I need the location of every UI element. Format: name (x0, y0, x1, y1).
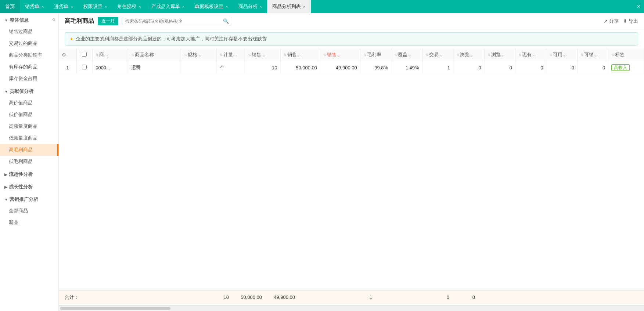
tab-role-permissions[interactable]: 角色授权 × (112, 0, 146, 13)
tab-purchase[interactable]: 进货单 × (49, 0, 78, 13)
select-all-checkbox[interactable] (82, 52, 87, 57)
search-box: 🔍 (122, 17, 232, 25)
sort-icon-6: ⇅ (284, 53, 287, 57)
cell-cover: 1.49% (391, 61, 422, 74)
tab-role-permissions-close[interactable]: × (138, 4, 141, 9)
sidebar-item-high-margin[interactable]: 高毛利商品 (0, 144, 58, 156)
footer-spacer5 (324, 294, 349, 300)
col-header-check[interactable] (76, 48, 92, 61)
tab-template-settings-close[interactable]: × (226, 4, 228, 9)
sidebar-group-marketing-analysis[interactable]: ▼ 营销推广分析 (0, 192, 58, 205)
sidebar-item-low-freq[interactable]: 低频量度商品 (0, 132, 58, 144)
footer-sales-amt: 50,000.00 (232, 294, 265, 300)
tab-product-analysis[interactable]: 商品分析 × (233, 0, 267, 13)
cell-code: 0000... (93, 61, 128, 74)
search-input[interactable] (125, 19, 223, 24)
tab-template-settings[interactable]: 单据模板设置 × (190, 0, 233, 13)
export-button[interactable]: ⬇ 导出 (623, 18, 638, 25)
sidebar: « ▼ 整体信息 销售过商品 交易过的商品 商品分类助销率 有库存的商品 库存资… (0, 13, 59, 311)
sidebar-item-stocked-products[interactable]: 有库存的商品 (0, 61, 58, 73)
sort-icon-12: ⇅ (488, 53, 490, 57)
tab-product-entry-close[interactable]: × (182, 4, 184, 9)
table-wrapper: ⚙ ⇅ 商... (59, 48, 644, 311)
footer-avail: 0 (452, 294, 478, 300)
cell-spec (181, 61, 217, 74)
sort-icon-13: ⇅ (518, 53, 521, 57)
col-header-sales-qty[interactable]: ⇅ 销售... (245, 48, 281, 61)
share-button[interactable]: ↗ 分享 (604, 18, 619, 25)
tab-sales[interactable]: 销货单 × (20, 0, 49, 13)
sidebar-group-financial-analysis[interactable]: ▼ 贡献值分析 (0, 84, 58, 97)
col-header-browse1[interactable]: ⇅ 浏览... (453, 48, 484, 61)
footer-spacer7 (401, 294, 427, 300)
footer-spacer4 (298, 294, 324, 300)
share-icon: ↗ (604, 18, 608, 24)
arrow-down-icon-2: ▼ (4, 90, 8, 94)
cell-sales-amt: 50,000.00 (280, 61, 320, 74)
scrollbar-thumb[interactable] (60, 307, 170, 310)
col-header-stock[interactable]: ⇅ 现有... (515, 48, 546, 61)
sidebar-item-traded-products[interactable]: 交易过的商品 (0, 37, 58, 49)
browse1-link[interactable]: 0 (478, 65, 481, 70)
arrow-right-icon: ▶ (4, 173, 7, 177)
footer-stock: 0 (427, 294, 452, 300)
col-header-avail[interactable]: ⇅ 可用... (546, 48, 577, 61)
sidebar-item-sales-products[interactable]: 销售过商品 (0, 26, 58, 37)
col-header-trans[interactable]: ⇅ 交易... (422, 48, 453, 61)
footer-spacer6 (375, 294, 401, 300)
cell-sellable: 0 (577, 61, 608, 74)
cell-check[interactable] (76, 61, 92, 74)
cell-gross-rate: 99.8% (360, 61, 391, 74)
sidebar-item-all-products[interactable]: 全部商品 (0, 205, 58, 217)
sidebar-group-growth-analysis[interactable]: ▶ 成长性分析 (0, 180, 58, 192)
col-header-code[interactable]: ⇅ 商... (93, 48, 128, 61)
main-layout: « ▼ 整体信息 销售过商品 交易过的商品 商品分类助销率 有库存的商品 库存资… (0, 13, 644, 311)
tab-product-analysis-list[interactable]: 商品分析列表 × (267, 0, 310, 13)
period-button[interactable]: 近一月 (98, 17, 118, 25)
col-header-gross-rate[interactable]: ⇅ 毛利率 (360, 48, 391, 61)
tab-sales-close[interactable]: × (42, 4, 44, 9)
tab-product-entry[interactable]: 产成品入库单 × (146, 0, 190, 13)
sidebar-group-trend-analysis[interactable]: ▶ 流趋性分析 (0, 167, 58, 180)
col-header-tag[interactable]: ⇅ 标签 (608, 48, 644, 61)
tab-permission-settings[interactable]: 权限设置 × (78, 0, 112, 13)
sidebar-collapse-button[interactable]: « (52, 16, 55, 23)
sidebar-item-new-products[interactable]: 新品 (0, 217, 58, 228)
cell-unit: 个 (216, 61, 245, 74)
search-icon[interactable]: 🔍 (223, 18, 229, 24)
sidebar-item-product-assist-rate[interactable]: 商品分类助销率 (0, 49, 58, 61)
col-header-unit[interactable]: ⇅ 计量... (216, 48, 245, 61)
sidebar-item-high-value[interactable]: 高价值商品 (0, 97, 58, 109)
cell-tag: 高收入 (608, 61, 644, 74)
sort-icon-14: ⇅ (549, 53, 552, 57)
tab-product-analysis-close[interactable]: × (260, 4, 262, 9)
sidebar-group-overall-info[interactable]: ▼ 整体信息 (0, 13, 58, 26)
row-checkbox[interactable] (82, 65, 87, 69)
sort-icon-2: ⇅ (131, 53, 134, 57)
page-title: 高毛利商品 (65, 17, 94, 25)
content-area: 高毛利商品 近一月 🔍 ↗ 分享 ⬇ 导出 ✦ 企业的主要的利润都是这部分商品创… (59, 13, 644, 311)
col-header-sales-cost[interactable]: ⇅ 销售... (320, 48, 360, 61)
cell-name: 运费 (128, 61, 181, 74)
sort-icon-16: ⇅ (611, 53, 614, 57)
footer-row: 合计： 10 50,000.00 49,900.00 1 0 0 (59, 290, 644, 304)
sidebar-item-low-value[interactable]: 低价值商品 (0, 109, 58, 120)
tab-product-analysis-list-close[interactable]: × (303, 4, 305, 9)
arrow-down-icon: ▼ (4, 18, 8, 22)
col-header-sales-amt[interactable]: ⇅ 销售... (280, 48, 320, 61)
col-header-spec[interactable]: ⇅ 规格... (181, 48, 217, 61)
tab-home[interactable]: 首页 (0, 0, 20, 13)
sidebar-item-inventory-share[interactable]: 库存资金占用 (0, 73, 58, 84)
settings-icon[interactable]: ⚙ (62, 52, 66, 58)
tab-purchase-close[interactable]: × (71, 4, 73, 9)
cell-seq: 1 (59, 61, 76, 74)
col-header-sellable[interactable]: ⇅ 可销... (577, 48, 608, 61)
close-all-button[interactable]: × (637, 3, 640, 10)
sidebar-item-low-margin[interactable]: 低毛利商品 (0, 156, 58, 167)
col-header-name[interactable]: ⇅ 商品名称 (128, 48, 181, 61)
col-header-browse2[interactable]: ⇅ 浏览... (484, 48, 515, 61)
bottom-scrollbar[interactable] (59, 305, 644, 311)
col-header-cover[interactable]: ⇅ 覆盖... (391, 48, 422, 61)
tab-permission-settings-close[interactable]: × (105, 4, 107, 9)
sidebar-item-high-freq[interactable]: 高频量度商品 (0, 120, 58, 132)
